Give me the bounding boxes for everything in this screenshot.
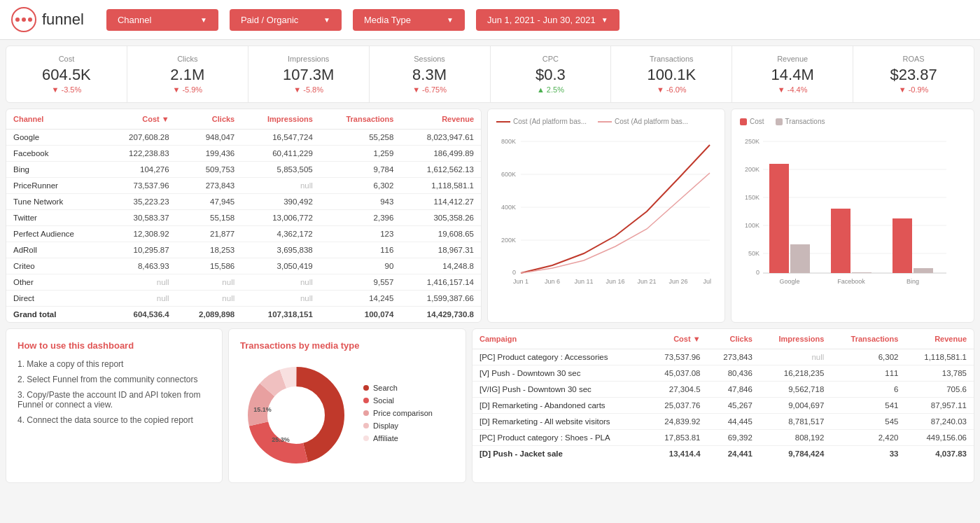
channel-table-body: Google207,608.28948,04716,547,72455,2588…: [6, 130, 481, 323]
channel-cell-r5-c1: 30,583.37: [105, 210, 176, 226]
media-type-filter-arrow: ▼: [447, 16, 454, 24]
campaign-col-header[interactable]: Campaign: [472, 329, 648, 349]
channel-cell-r7-c2: 18,253: [176, 242, 242, 258]
channel-cell-r0-c1: 207,608.28: [105, 130, 176, 146]
metrics-row: Cost 604.5K ▼ -3.5% Clicks 2.1M ▼ -5.9% …: [6, 46, 974, 103]
svg-text:46%: 46%: [302, 392, 315, 399]
channel-cell-r3-c3: null: [241, 178, 320, 194]
revenue-col-header[interactable]: Revenue: [400, 109, 481, 130]
channel-cell-r6-c0: Perfect Audience: [6, 226, 105, 242]
channel-cell-r2-c2: 509,753: [176, 162, 242, 178]
campaign-impressions-col-header[interactable]: Impressions: [760, 329, 831, 349]
channel-col-header[interactable]: Channel: [6, 109, 105, 130]
metric-change-arrow-6: ▼: [778, 85, 785, 94]
logo-dot-3: [28, 18, 32, 22]
date-filter-button[interactable]: Jun 1, 2021 - Jun 30, 2021 ▼: [476, 9, 620, 31]
campaign-cell-r4-c3: 8,781,517: [760, 414, 831, 430]
donut-legend-social-label: Social: [373, 396, 394, 405]
clicks-col-header[interactable]: Clicks: [176, 109, 242, 130]
channel-table-row: Google207,608.28948,04716,547,72455,2588…: [6, 130, 481, 146]
metric-change-value-1: -5.9%: [182, 85, 202, 94]
cost-col-header[interactable]: Cost ▼: [105, 109, 176, 130]
campaign-transactions-col-header[interactable]: Transactions: [831, 329, 905, 349]
metric-card-cost: Cost 604.5K ▼ -3.5%: [6, 46, 127, 102]
channel-cell-r8-c2: 15,586: [176, 258, 242, 274]
campaign-table-body: [PC] Product category : Accessories73,53…: [472, 349, 974, 462]
channel-cell-r7-c0: AdRoll: [6, 242, 105, 258]
donut-panel: Transactions by media type 46%: [228, 328, 466, 483]
metric-label-0: Cost: [18, 55, 115, 63]
channel-cell-r2-c5: 1,612,562.13: [400, 162, 481, 178]
svg-text:Facebook: Facebook: [837, 278, 865, 285]
metric-change-3: ▼ -6.75%: [381, 85, 479, 94]
transactions-col-header[interactable]: Transactions: [320, 109, 401, 130]
metric-label-5: Transactions: [622, 55, 720, 63]
facebook-cost-bar: [831, 209, 850, 273]
channel-cell-r4-c2: 47,945: [176, 194, 242, 210]
campaign-cell-r6-c4: 33: [831, 446, 905, 462]
metric-change-arrow-0: ▼: [52, 85, 59, 94]
svg-text:Jun 21: Jun 21: [637, 278, 656, 285]
svg-text:150K: 150K: [745, 194, 760, 201]
channel-table-row: Facebook122,238.83199,43660,411,2291,259…: [6, 146, 481, 162]
channel-cell-r11-c5: 14,429,730.8: [400, 307, 481, 323]
impressions-col-header[interactable]: Impressions: [241, 109, 320, 130]
campaign-cell-r5-c4: 2,420: [831, 430, 905, 446]
donut-legend-affiliate-label: Affiliate: [373, 434, 398, 442]
channel-cell-r4-c5: 114,412.27: [400, 194, 481, 210]
campaign-cell-r0-c1: 73,537.96: [648, 349, 708, 365]
bar-chart-svg: 250K 200K 150K 100K 50K 0 Google Facebo: [740, 131, 950, 292]
channel-cell-r4-c0: Tune Network: [6, 194, 105, 210]
channel-cell-r6-c4: 123: [320, 226, 401, 242]
metric-card-cpc: CPC $0.3 ▲ 2.5%: [491, 46, 612, 102]
channel-cell-r11-c4: 100,074: [320, 307, 401, 323]
how-to-step-1: 1. Make a copy of this report: [18, 359, 211, 369]
campaign-cell-r1-c5: 13,785: [905, 365, 974, 382]
channel-cell-r0-c2: 948,047: [176, 130, 242, 146]
legend-cost-dark-line: [496, 121, 510, 123]
campaign-clicks-col-header[interactable]: Clicks: [708, 329, 760, 349]
donut-legend-display: Display: [363, 421, 433, 430]
channel-cell-r0-c5: 8,023,947.61: [400, 130, 481, 146]
channel-cell-r10-c2: null: [176, 291, 242, 307]
channel-cell-r3-c2: 273,843: [176, 178, 242, 194]
logo-dots: [15, 18, 32, 22]
channel-cell-r2-c1: 104,276: [105, 162, 176, 178]
channel-cell-r10-c3: null: [241, 291, 320, 307]
channel-filter-arrow: ▼: [200, 16, 207, 24]
channel-cell-r6-c3: 4,362,172: [241, 226, 320, 242]
svg-text:Jun 11: Jun 11: [574, 278, 593, 285]
campaign-table-panel: Campaign Cost ▼ Clicks Impressions Trans…: [472, 328, 974, 483]
channel-filter-button[interactable]: Channel ▼: [106, 9, 218, 31]
media-type-filter-button[interactable]: Media Type ▼: [353, 9, 465, 31]
paid-organic-filter-button[interactable]: Paid / Organic ▼: [230, 9, 342, 31]
metric-label-7: ROAS: [864, 55, 962, 63]
svg-text:Jun 6: Jun 6: [545, 278, 560, 285]
donut-legend-affiliate-dot: [363, 435, 369, 441]
campaign-cell-r4-c0: [D] Remarketing - All website visitors: [472, 414, 648, 430]
svg-text:Jun 1: Jun 1: [513, 278, 528, 285]
bing-transactions-bar: [913, 268, 933, 273]
campaign-cell-r2-c3: 9,562,718: [760, 382, 831, 398]
channel-cell-r9-c1: null: [105, 274, 176, 291]
channel-cell-r10-c0: Direct: [6, 291, 105, 307]
channel-cell-r0-c0: Google: [6, 130, 105, 146]
svg-text:Jun 26: Jun 26: [668, 278, 687, 285]
campaign-cell-r2-c5: 705.6: [905, 382, 974, 398]
channel-cell-r5-c4: 2,396: [320, 210, 401, 226]
metric-label-2: Impressions: [260, 55, 358, 63]
channel-cell-r8-c0: Criteo: [6, 258, 105, 274]
metric-change-value-0: -3.5%: [62, 85, 82, 94]
svg-text:800K: 800K: [501, 138, 516, 145]
campaign-table-header-row: Campaign Cost ▼ Clicks Impressions Trans…: [472, 329, 974, 349]
donut-svg: 46% 25.3% 15.1%: [240, 359, 352, 471]
donut-title: Transactions by media type: [240, 340, 454, 351]
channel-cell-r5-c3: 13,006,772: [241, 210, 320, 226]
how-to-title: How to use this dashboard: [18, 340, 211, 351]
campaign-table: Campaign Cost ▼ Clicks Impressions Trans…: [472, 329, 974, 461]
channel-cell-r7-c5: 18,967.31: [400, 242, 481, 258]
metric-value-0: 604.5K: [18, 66, 115, 84]
campaign-revenue-col-header[interactable]: Revenue: [905, 329, 974, 349]
campaign-cost-col-header[interactable]: Cost ▼: [648, 329, 708, 349]
metric-value-5: 100.1K: [622, 66, 720, 84]
